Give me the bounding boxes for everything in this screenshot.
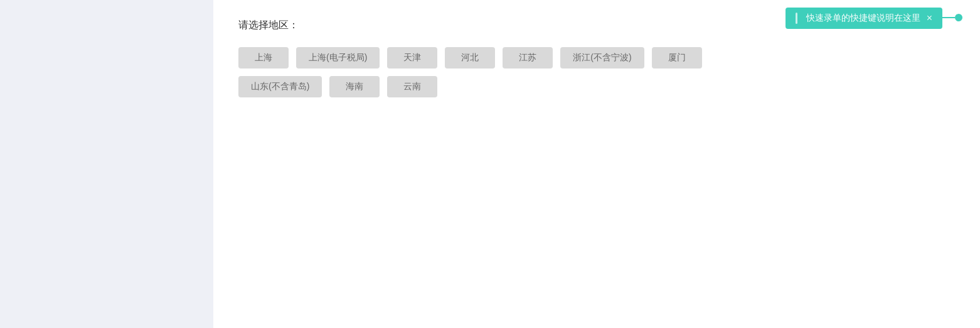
tooltip-dot: [955, 14, 962, 21]
region-btn-tianjin[interactable]: 天津: [387, 47, 437, 68]
region-btn-jiangsu[interactable]: 江苏: [503, 47, 553, 68]
region-btn-shanghai[interactable]: 上海: [238, 47, 289, 68]
tooltip-close-button[interactable]: ×: [927, 13, 932, 23]
region-buttons-row1: 上海上海(电子税局)天津河北江苏浙江(不含宁波)厦门: [238, 47, 955, 68]
tooltip-line: [942, 17, 955, 18]
region-btn-zhejiang[interactable]: 浙江(不含宁波): [560, 47, 644, 68]
region-btn-hebei[interactable]: 河北: [445, 47, 495, 68]
region-btn-yunnan[interactable]: 云南: [387, 76, 437, 97]
region-btn-xiamen[interactable]: 厦门: [652, 47, 702, 68]
region-btn-hainan[interactable]: 海南: [329, 76, 380, 97]
tooltip-banner: 快速录单的快捷键说明在这里 ×: [786, 8, 942, 29]
tooltip-text: 快速录单的快捷键说明在这里: [806, 13, 920, 24]
main-content: 请选择地区： 上海上海(电子税局)天津河北江苏浙江(不含宁波)厦门 山东(不含青…: [213, 0, 980, 328]
left-sidebar: [0, 0, 213, 328]
region-btn-shandong[interactable]: 山东(不含青岛): [238, 76, 322, 97]
region-buttons-row2: 山东(不含青岛)海南云南: [238, 76, 955, 97]
region-btn-shanghai-etax[interactable]: 上海(电子税局): [296, 47, 380, 68]
